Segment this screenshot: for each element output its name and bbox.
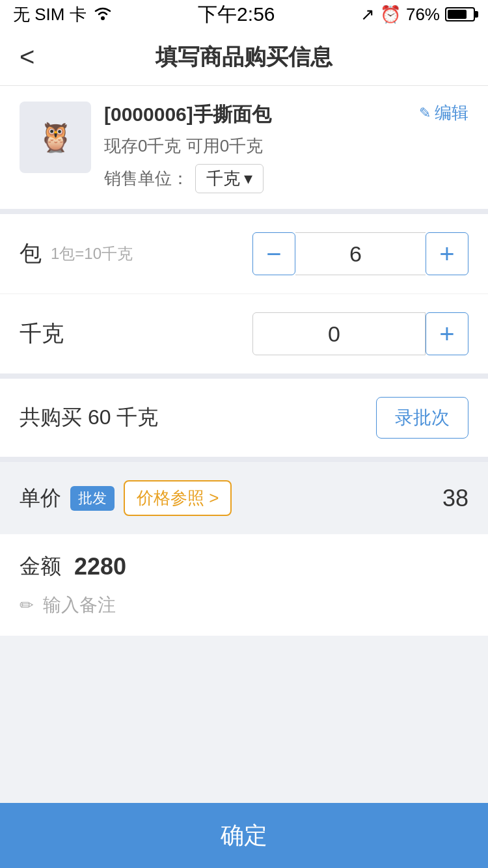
amount-value: 2280 (74, 553, 126, 580)
price-badge: 批发 (70, 486, 115, 511)
wifi-icon (93, 5, 113, 25)
qty-label-kg: 千克 (20, 319, 64, 349)
amount-label: 金额 (20, 552, 61, 581)
quantity-section: 包 1包=10千克 − + 千克 + (0, 214, 488, 379)
qty-input-bag[interactable] (295, 232, 426, 275)
qty-unit-bag: 包 (20, 239, 42, 269)
qty-controls-bag: − + (252, 232, 468, 275)
status-bar: 无 SIM 卡 下午2:56 ↗ ⏰ 76% (0, 0, 488, 29)
product-unit: 销售单位： 千克 ▾ (104, 164, 406, 193)
quantity-row-bag: 包 1包=10千克 − + (0, 214, 488, 294)
product-stock: 现存0千克 可用0千克 (104, 135, 406, 157)
battery-icon (445, 7, 475, 21)
pencil-icon: ✏ (20, 595, 34, 616)
amount-row: 金额 2280 (20, 552, 468, 581)
quantity-row-kg: 千克 + (0, 294, 488, 373)
total-text: 共购买 60 千克 (20, 403, 158, 432)
product-name: [0000006]手撕面包 (104, 102, 406, 128)
unit-label: 销售单位： (104, 167, 189, 190)
product-section: 🦉 [0000006]手撕面包 现存0千克 可用0千克 销售单位： 千克 ▾ ✎… (0, 86, 488, 214)
decrement-bag-button[interactable]: − (252, 232, 295, 275)
product-thumbnail: 🦉 (20, 102, 91, 173)
total-section: 共购买 60 千克 录批次 (0, 379, 488, 462)
location-icon: ↗ (360, 5, 375, 25)
sim-label: 无 SIM 卡 (13, 3, 87, 26)
chevron-down-icon: ▾ (244, 169, 252, 189)
svg-point-0 (101, 16, 105, 20)
increment-kg-button[interactable]: + (426, 312, 468, 355)
product-info: [0000006]手撕面包 现存0千克 可用0千克 销售单位： 千克 ▾ (104, 102, 406, 193)
remark-row[interactable]: ✏ 输入备注 (20, 593, 468, 617)
price-label-text: 单价 (20, 484, 61, 513)
batch-button[interactable]: 录批次 (376, 397, 468, 439)
edit-label: 编辑 (435, 102, 468, 124)
status-left: 无 SIM 卡 (13, 3, 113, 26)
confirm-bar[interactable]: 确定 (0, 803, 488, 868)
qty-hint-bag: 1包=10千克 (51, 243, 133, 264)
qty-unit-kg: 千克 (20, 319, 64, 349)
amount-section: 金额 2280 ✏ 输入备注 (0, 534, 488, 636)
unit-dropdown[interactable]: 千克 ▾ (195, 164, 264, 193)
price-label: 单价 批发 价格参照 > (20, 480, 232, 516)
nav-bar: < 填写商品购买信息 (0, 29, 488, 86)
alarm-icon: ⏰ (380, 5, 401, 25)
status-time: 下午2:56 (198, 1, 275, 28)
battery-label: 76% (406, 5, 440, 25)
increment-bag-button[interactable]: + (426, 232, 468, 275)
edit-icon: ✎ (419, 105, 431, 122)
qty-label-bag: 包 1包=10千克 (20, 239, 133, 269)
remark-placeholder: 输入备注 (43, 593, 116, 617)
owl-icon: 🦉 (38, 120, 74, 154)
unit-value: 千克 (206, 167, 240, 190)
qty-input-kg[interactable] (252, 312, 426, 355)
back-button[interactable]: < (20, 42, 34, 72)
qty-controls-kg: + (252, 312, 468, 355)
page-title: 填写商品购买信息 (156, 42, 332, 72)
price-reference-button[interactable]: 价格参照 > (124, 480, 232, 516)
price-section: 单价 批发 价格参照 > 38 (0, 462, 488, 534)
price-value: 38 (442, 485, 468, 512)
edit-button[interactable]: ✎ 编辑 (419, 102, 468, 124)
status-right: ↗ ⏰ 76% (360, 5, 475, 25)
price-row: 单价 批发 价格参照 > 38 (20, 480, 468, 534)
confirm-button[interactable]: 确定 (221, 820, 267, 852)
